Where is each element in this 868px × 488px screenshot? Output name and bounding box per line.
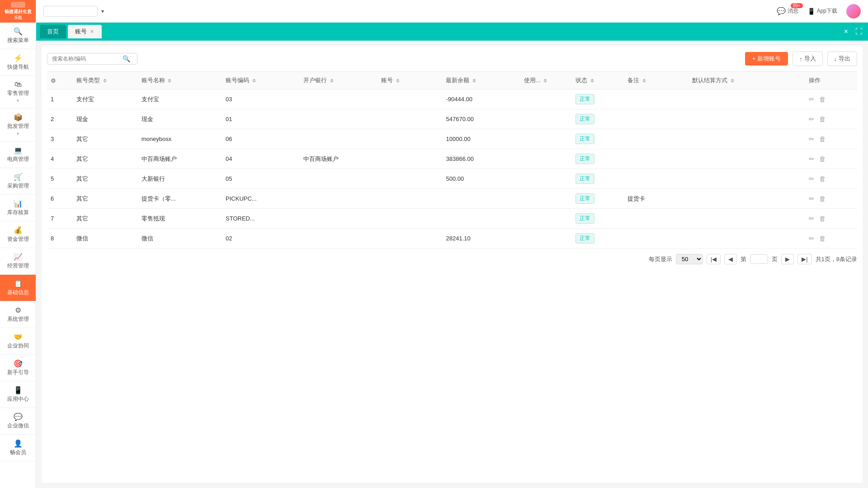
sidebar-item-retail[interactable]: 🛍 零售管理 ▾ [0, 76, 36, 108]
header-search-input[interactable] [43, 6, 98, 17]
delete-icon[interactable]: 🗑 [819, 235, 826, 242]
ecommerce-icon: 💻 [2, 146, 33, 155]
pagination-bar: 每页显示 50 100 200 |◀ ◀ 第 1 页 ▶ ▶| 共1页，8条记录 [47, 249, 857, 266]
edit-icon[interactable]: ✏ [809, 135, 815, 143]
sort-status-icon [590, 79, 594, 83]
cell-name: 大新银行 [138, 169, 222, 189]
th-name[interactable]: 账号名称 [138, 72, 222, 89]
member-icon: 👤 [2, 439, 33, 448]
sidebar-item-basic[interactable]: 📋 基础信息 [0, 275, 36, 301]
row-number: 8 [47, 229, 73, 249]
sidebar-item-appstore[interactable]: 📱 应用中心 [0, 381, 36, 408]
content-area: 🔍 + 新增账号 ↑ 导入 ↓ 导出 [36, 41, 868, 488]
th-type-label: 账号类型 [76, 77, 100, 84]
delete-icon[interactable]: 🗑 [819, 115, 826, 123]
tab-fullscreen-button[interactable]: ⛶ [854, 26, 864, 38]
th-balance[interactable]: 最新余额 [442, 72, 520, 89]
tab-close-icon[interactable]: × [90, 28, 94, 35]
cell-bank: 中百商场账户 [300, 149, 377, 169]
sidebar-item-system[interactable]: ⚙ 系统管理 [0, 301, 36, 328]
basic-icon: 📋 [2, 279, 33, 288]
sidebar-item-inventory[interactable]: 📊 库存核算 [0, 195, 36, 221]
app-download-button[interactable]: 📱 App下载 [807, 7, 837, 15]
cell-default [689, 169, 805, 189]
th-type[interactable]: 账号类型 [73, 72, 137, 89]
header-dropdown[interactable]: ▾ [101, 8, 104, 14]
page-input[interactable]: 1 [750, 254, 768, 264]
cell-use [520, 189, 572, 209]
delete-icon[interactable]: 🗑 [819, 195, 826, 202]
th-name-label: 账号名称 [142, 77, 165, 84]
cell-code: 05 [222, 169, 300, 189]
search-input[interactable] [52, 56, 120, 62]
cell-balance [442, 209, 520, 229]
version-text: 乐版 [14, 15, 22, 21]
tab-close-button[interactable]: × [842, 26, 850, 38]
system-icon: ⚙ [2, 306, 33, 314]
delete-icon[interactable]: 🗑 [819, 95, 826, 103]
sidebar-item-member[interactable]: 👤 畅会员 [0, 435, 36, 461]
header-search: ▾ [43, 6, 104, 17]
add-account-button[interactable]: + 新增账号 [745, 52, 788, 66]
edit-icon[interactable]: ✏ [809, 175, 815, 183]
messages-button[interactable]: 💬 消息 99+ [777, 7, 798, 15]
sidebar-item-basic-label: 基础信息 [2, 289, 33, 296]
table-row: 8 微信 微信 02 28241.10 正常 ✏ 🗑 [47, 229, 857, 249]
page-size-select[interactable]: 50 100 200 [676, 254, 703, 264]
search-box[interactable]: 🔍 [47, 53, 137, 65]
sidebar-item-appstore-label: 应用中心 [2, 395, 33, 403]
edit-icon[interactable]: ✏ [809, 195, 815, 203]
cell-use [520, 149, 572, 169]
sidebar-item-wecom[interactable]: 💬 企业微信 [0, 408, 36, 435]
tab-account[interactable]: 账号 × [68, 25, 102, 38]
user-avatar[interactable] [846, 4, 861, 19]
edit-icon[interactable]: ✏ [809, 95, 815, 103]
th-account[interactable]: 账号 [377, 72, 442, 89]
sidebar-item-ecommerce[interactable]: 💻 电商管理 [0, 141, 36, 168]
edit-icon[interactable]: ✏ [809, 155, 815, 163]
sidebar-item-enterprise[interactable]: 🤝 企业协同 [0, 328, 36, 355]
table-row: 7 其它 零售抵现 STORED... 正常 ✏ 🗑 [47, 209, 857, 229]
delete-icon[interactable]: 🗑 [819, 155, 826, 163]
th-use[interactable]: 使用... [520, 72, 572, 89]
first-page-button[interactable]: |◀ [707, 254, 721, 264]
sidebar-item-wholesale[interactable]: 📦 批发管理 ▾ [0, 108, 36, 141]
th-status[interactable]: 状态 [572, 72, 624, 89]
row-number: 7 [47, 209, 73, 229]
edit-icon[interactable]: ✏ [809, 235, 815, 243]
th-status-label: 状态 [576, 77, 587, 84]
delete-icon[interactable]: 🗑 [819, 135, 826, 143]
th-default[interactable]: 默认结算方式 [689, 72, 805, 89]
sidebar-item-finance[interactable]: 💰 资金管理 [0, 221, 36, 248]
sidebar-item-shortcut[interactable]: ⚡ 快捷导航 [0, 49, 36, 76]
sidebar-item-finance-label: 资金管理 [2, 235, 33, 243]
row-number: 1 [47, 89, 73, 109]
page-label: 第 [741, 255, 746, 263]
import-button[interactable]: ↑ 导入 [793, 52, 823, 66]
th-bank[interactable]: 开户银行 [300, 72, 377, 89]
sidebar-item-purchase[interactable]: 🛒 采购管理 [0, 168, 36, 195]
sidebar-item-guide[interactable]: 🎯 新手引导 [0, 355, 36, 381]
sidebar-item-search[interactable]: 🔍 搜索菜单 [0, 23, 36, 49]
sort-type-icon [103, 79, 107, 83]
delete-icon[interactable]: 🗑 [819, 175, 826, 183]
sidebar-item-operation-label: 经营管理 [2, 262, 33, 270]
sort-name-icon [168, 79, 171, 83]
last-page-button[interactable]: ▶| [797, 254, 811, 264]
delete-icon[interactable]: 🗑 [819, 215, 826, 222]
export-button[interactable]: ↓ 导出 [827, 52, 858, 66]
th-balance-label: 最新余额 [446, 77, 469, 84]
th-remark[interactable]: 备注 [624, 72, 689, 89]
logo-icon [11, 2, 25, 8]
tab-home[interactable]: 首页 [40, 25, 66, 38]
edit-icon[interactable]: ✏ [809, 115, 815, 123]
cell-account [377, 89, 442, 109]
prev-page-button[interactable]: ◀ [724, 254, 737, 264]
sort-bank-icon [330, 79, 334, 83]
th-code[interactable]: 账号编码 [222, 72, 300, 89]
edit-icon[interactable]: ✏ [809, 215, 815, 223]
cell-type: 现金 [73, 109, 137, 129]
next-page-button[interactable]: ▶ [781, 254, 794, 264]
cell-remark [624, 169, 689, 189]
sidebar-item-operation[interactable]: 📈 经营管理 [0, 248, 36, 275]
